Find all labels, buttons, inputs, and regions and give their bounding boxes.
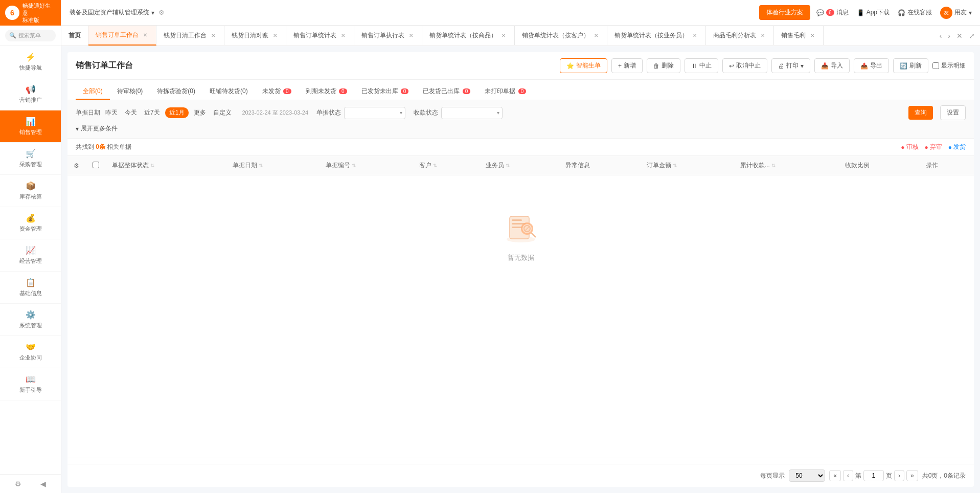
search-menu-btn[interactable]: 🔍 搜索菜单: [5, 30, 56, 41]
subtab-pending-inspect[interactable]: 待拣货验货(0): [150, 84, 202, 100]
print-btn[interactable]: 🖨 打印 ▾: [771, 58, 810, 73]
tab-close-icon[interactable]: ✕: [809, 32, 816, 39]
sort-status[interactable]: 单据整体状态: [112, 161, 220, 170]
column-settings-icon[interactable]: ⚙: [74, 162, 79, 169]
page-input[interactable]: [863, 470, 884, 481]
tab-close-icon[interactable]: ✕: [691, 32, 698, 39]
subtab-not-printed[interactable]: 未打印单据 0: [477, 84, 533, 100]
support-action[interactable]: 🎧 在线客服: [898, 8, 932, 17]
date-opt-custom[interactable]: 自定义: [211, 107, 234, 118]
date-opt-more[interactable]: 更多: [192, 107, 208, 118]
tab-cash-daily[interactable]: 钱货日清工作台 ✕: [156, 26, 224, 45]
collapse-icon[interactable]: ◀: [40, 480, 46, 488]
topbar-settings-icon[interactable]: ⚙: [158, 9, 165, 16]
cancel-stop-btn[interactable]: ↩ 取消中止: [722, 58, 767, 73]
user-menu[interactable]: 友 用友 ▾: [940, 7, 972, 19]
tab-close-icon[interactable]: ✕: [210, 32, 217, 39]
subtab-all[interactable]: 全部(0): [76, 84, 110, 100]
export-icon: 📤: [860, 62, 868, 70]
tab-sales-stats[interactable]: 销售订单统计表 ✕: [286, 26, 354, 45]
tab-home[interactable]: 首页: [61, 26, 88, 45]
subtab-shipped-out[interactable]: 已发货已出库 0: [416, 84, 477, 100]
date-range-text: 2023-02-24 至 2023-03-24: [242, 109, 308, 117]
tab-close-icon[interactable]: ✕: [592, 32, 600, 39]
system-title-dropdown[interactable]: 装备及固定资产辅助管理系统 ▾: [70, 8, 154, 17]
sidebar-item-finance[interactable]: 💰 资金管理: [0, 207, 61, 239]
uncheck-link[interactable]: ● 弃审: [925, 143, 942, 151]
app-download-action[interactable]: 📱 App下载: [857, 8, 890, 17]
sort-date[interactable]: 单据日期: [233, 161, 314, 170]
tab-nav-prev-icon[interactable]: ‹: [938, 30, 944, 42]
sidebar-item-quicknav[interactable]: ⚡ 快捷导航: [0, 46, 61, 78]
tab-sales-margin[interactable]: 商品毛利分析表 ✕: [706, 26, 774, 45]
sidebar-item-sales[interactable]: 📊 销售管理: [0, 110, 61, 143]
tab-close-icon[interactable]: ✕: [339, 32, 347, 39]
tab-sales-stat-salesman[interactable]: 销货单统计表（按业务员） ✕: [607, 26, 706, 45]
sidebar-item-baseinfo[interactable]: 📋 基础信息: [0, 272, 61, 304]
solution-btn[interactable]: 体验行业方案: [759, 5, 810, 20]
tab-close-icon[interactable]: ✕: [271, 32, 279, 39]
query-btn[interactable]: 查询: [908, 106, 933, 120]
review-label: 审核: [906, 143, 919, 151]
tab-close-icon[interactable]: ✕: [759, 32, 766, 39]
date-opt-yesterday[interactable]: 昨天: [103, 107, 120, 118]
tab-close-icon[interactable]: ✕: [407, 32, 415, 39]
sidebar-item-system[interactable]: ⚙️ 系统管理: [0, 304, 61, 336]
export-btn[interactable]: 📤 导出: [854, 58, 889, 73]
subtab-pending-review[interactable]: 待审核(0): [110, 84, 150, 100]
tab-nav-next-icon[interactable]: ›: [946, 30, 952, 42]
tab-sales-stat-product[interactable]: 销货单统计表（按商品） ✕: [422, 26, 515, 45]
page-next-btn[interactable]: ›: [894, 470, 904, 481]
stop-btn[interactable]: ⏸ 中止: [685, 58, 718, 73]
tab-close-icon[interactable]: ✕: [142, 32, 149, 38]
add-btn[interactable]: + 新增: [611, 58, 643, 73]
sidebar-item-inventory[interactable]: 📦 库存核算: [0, 175, 61, 207]
smart-create-btn[interactable]: ⭐ 智能生单: [560, 58, 607, 73]
sidebar-item-purchase[interactable]: 🛒 采购管理: [0, 143, 61, 175]
filter-settings-btn[interactable]: 设置: [940, 105, 966, 120]
show-detail-checkbox[interactable]: [932, 62, 939, 69]
sidebar-item-marketing[interactable]: 📢 营销推广: [0, 78, 61, 110]
review-link[interactable]: ● 审核: [901, 143, 918, 151]
expand-conditions-btn[interactable]: ▾ 展开更多条件: [76, 124, 966, 133]
sidebar-item-operations[interactable]: 📈 经营管理: [0, 239, 61, 272]
refresh-btn[interactable]: 🔄 刷新: [893, 58, 928, 73]
horizontal-scroll[interactable]: [67, 458, 974, 464]
page-first-btn[interactable]: «: [829, 470, 841, 481]
sort-collected[interactable]: 累计收款...: [740, 161, 833, 170]
tab-sales-more[interactable]: 销售毛利 ✕: [774, 26, 824, 45]
subtab-not-shipped[interactable]: 未发货 0: [255, 84, 299, 100]
import-btn[interactable]: 📥 导入: [814, 58, 850, 73]
payment-select[interactable]: [441, 107, 503, 119]
tab-maximize-icon[interactable]: ⤢: [967, 30, 977, 42]
sort-number[interactable]: 单据编号: [326, 161, 407, 170]
per-page-select[interactable]: 10 20 50 100: [789, 469, 825, 482]
sort-amount[interactable]: 订单金额: [647, 161, 728, 170]
sidebar-item-collab[interactable]: 🤝 企业协同: [0, 336, 61, 368]
subtab-overdue-ship[interactable]: 到期未发货 0: [299, 84, 354, 100]
tab-close-all-icon[interactable]: ✕: [954, 30, 965, 42]
sidebar-item-guide[interactable]: 📖 新手引导: [0, 368, 61, 400]
tab-sales-stat-customer[interactable]: 销货单统计表（按客户） ✕: [515, 26, 607, 45]
sort-salesman[interactable]: 业务员: [486, 161, 553, 170]
settings-bottom-icon[interactable]: ⚙: [15, 480, 21, 488]
operation-label: 操作: [926, 162, 938, 169]
status-select[interactable]: [344, 107, 405, 119]
show-detail-label[interactable]: 显示明细: [932, 61, 966, 70]
tab-cash-reconcile[interactable]: 钱货日清对账 ✕: [224, 26, 286, 45]
message-action[interactable]: 💬 6 消息: [816, 8, 849, 17]
page-last-btn[interactable]: »: [906, 470, 918, 481]
date-opt-today[interactable]: 今天: [123, 107, 139, 118]
tab-sales-exec[interactable]: 销售订单执行表 ✕: [354, 26, 422, 45]
tab-close-icon[interactable]: ✕: [500, 32, 507, 39]
delete-btn[interactable]: 🗑 删除: [647, 58, 680, 73]
sort-customer[interactable]: 客户: [419, 161, 473, 170]
subtab-wangpu-ship[interactable]: 旺铺待发货(0): [202, 84, 255, 100]
select-all-checkbox[interactable]: [93, 162, 99, 168]
date-opt-7days[interactable]: 近7天: [142, 107, 162, 118]
date-opt-1month[interactable]: 近1月: [165, 107, 189, 118]
tab-sales-workbench[interactable]: 销售订单工作台 ✕: [88, 26, 156, 46]
subtab-shipped-not-out[interactable]: 已发货未出库 0: [354, 84, 416, 100]
page-prev-btn[interactable]: ‹: [843, 470, 853, 481]
ship-link[interactable]: ● 发货: [948, 143, 966, 151]
